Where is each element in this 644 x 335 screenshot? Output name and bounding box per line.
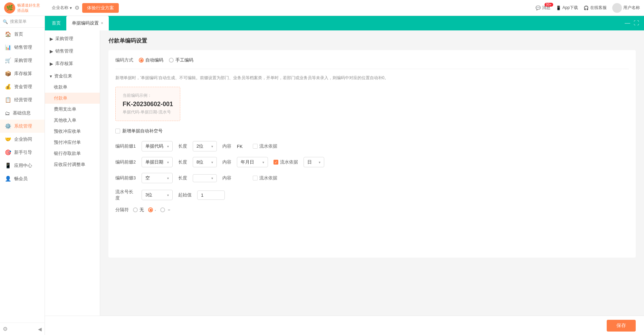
sub-group-funds: ▾ 资金往来 收款单 付款单 费用支出单 其他收入单 预收冲应收单 预付冲应付单… bbox=[45, 71, 100, 170]
sep-radio-dash[interactable]: － bbox=[160, 207, 171, 213]
prefix2-serial-check[interactable]: ✓ 流水依据 bbox=[273, 159, 298, 165]
prefix2-length-label: 长度 bbox=[178, 159, 187, 165]
sidebar-item-appcenter[interactable]: 📱 应用中心 bbox=[0, 159, 45, 172]
sidebar-item-inventory[interactable]: 📦 库存核算 bbox=[0, 67, 45, 80]
sep-none-circle bbox=[133, 207, 138, 212]
main-layout: 🔍 搜索菜单 🏠 首页 📊 销售管理 🛒 采购管理 📦 库存核算 💰 bbox=[0, 16, 644, 335]
sidebar-label-sales: 销售管理 bbox=[14, 44, 32, 50]
nav-maximize-btn[interactable]: ⛶ bbox=[633, 19, 640, 27]
sub-header-purchase-label: 采购管理 bbox=[55, 36, 73, 42]
message-item[interactable]: 💬 消息 99+ bbox=[536, 5, 550, 11]
gear-icon[interactable]: ⚙ bbox=[75, 4, 79, 11]
app-download-item[interactable]: 📱 App下载 bbox=[556, 5, 578, 11]
settings-icon[interactable]: ⚙ bbox=[3, 326, 8, 332]
sidebar-item-finance[interactable]: 💰 资金管理 bbox=[0, 80, 45, 93]
sep-radio-dot[interactable]: · bbox=[148, 207, 156, 213]
prefix1-content-value: FK bbox=[237, 144, 247, 149]
separator-label: 分隔符 bbox=[115, 207, 129, 213]
serial-length-label: 流水号长度 bbox=[115, 189, 136, 201]
prefix2-length-select[interactable]: 8位 ▾ bbox=[193, 157, 217, 167]
basic-icon: 🗂 bbox=[5, 110, 10, 116]
nav-minimize-btn[interactable]: — bbox=[624, 19, 631, 27]
serial-length-value: 3位 bbox=[145, 192, 152, 198]
start-value-input[interactable] bbox=[197, 190, 225, 200]
online-service-item[interactable]: 🎧 在线客服 bbox=[584, 5, 607, 11]
experience-btn[interactable]: 体验行业方案 bbox=[82, 3, 119, 13]
prefix2-serial-checkbox[interactable]: ✓ bbox=[273, 160, 278, 165]
sidebar-label-home: 首页 bbox=[14, 31, 23, 37]
prefix3-select[interactable]: 空 ▾ bbox=[142, 173, 173, 183]
user-info[interactable]: 用户名称 bbox=[612, 3, 640, 13]
sub-item-expense[interactable]: 费用支出单 bbox=[45, 104, 100, 115]
prefix2-content-select[interactable]: 年月日 ▾ bbox=[237, 157, 268, 167]
operations-icon: 📋 bbox=[5, 97, 11, 103]
code-preview-label: 当前编码示例： bbox=[123, 93, 173, 99]
prefix3-length-select[interactable]: ▾ bbox=[193, 174, 217, 182]
radio-manual-code[interactable]: 手工编码 bbox=[169, 57, 193, 63]
prefix1-select[interactable]: 单据代码 ▾ bbox=[142, 141, 173, 151]
search-label: 搜索菜单 bbox=[10, 19, 27, 25]
sidebar-item-sales[interactable]: 📊 销售管理 bbox=[0, 41, 45, 54]
prefix1-arrow-icon: ▾ bbox=[167, 145, 169, 148]
message-icon: 💬 bbox=[536, 6, 541, 10]
prefix2-label: 编码前缀2 bbox=[115, 159, 136, 165]
prefix3-length-label: 长度 bbox=[178, 175, 187, 181]
prefix2-serial-unit-select[interactable]: 日 ▾ bbox=[304, 157, 324, 167]
auto-fill-label: 新增单据自动补空号 bbox=[122, 128, 163, 134]
prefix3-value: 空 bbox=[145, 175, 150, 181]
sidebar-item-system[interactable]: ⚙️ 系统管理 bbox=[0, 120, 45, 133]
sub-item-receipt[interactable]: 收款单 bbox=[45, 82, 100, 93]
sub-group-purchase: ▶ 采购管理 bbox=[45, 33, 100, 44]
message-badge: 99+ bbox=[545, 3, 553, 7]
sub-header-purchase[interactable]: ▶ 采购管理 bbox=[45, 33, 100, 44]
sidebar-item-enterprise[interactable]: 🤝 企业协同 bbox=[0, 133, 45, 146]
prefix1-serial-check[interactable]: 流水依据 bbox=[253, 143, 277, 149]
prefix2-content-arrow-icon: ▾ bbox=[262, 160, 264, 164]
sub-sidebar: ▶ 采购管理 ▶ 销售管理 ▶ 库存核算 bbox=[45, 30, 100, 316]
sidebar-item-operations[interactable]: 📋 经营管理 bbox=[0, 93, 45, 106]
sub-header-funds[interactable]: ▾ 资金往来 bbox=[45, 71, 100, 82]
prefix1-length-select[interactable]: 2位 ▾ bbox=[193, 141, 217, 151]
sub-item-adjustment[interactable]: 应收应付调整单 bbox=[45, 159, 100, 170]
sub-header-inventory[interactable]: ▶ 库存核算 bbox=[45, 58, 100, 69]
sidebar-item-purchase[interactable]: 🛒 采购管理 bbox=[0, 54, 45, 67]
finance-icon: 💰 bbox=[5, 84, 11, 90]
tab-active[interactable]: 单据编码设置 × bbox=[66, 16, 109, 30]
prefix2-length-arrow-icon: ▾ bbox=[211, 160, 213, 164]
sidebar-item-member[interactable]: 👤 畅会员 bbox=[0, 172, 45, 185]
sub-item-bank[interactable]: 银行存取款单 bbox=[45, 148, 100, 159]
enterprise-selector[interactable]: 企业名称 ▾ bbox=[52, 5, 72, 11]
sidebar-item-home[interactable]: 🏠 首页 bbox=[0, 28, 45, 41]
prefix3-serial-checkbox[interactable] bbox=[253, 176, 258, 180]
serial-length-select[interactable]: 3位 ▾ bbox=[142, 190, 173, 200]
sep-dot-circle bbox=[148, 207, 153, 212]
prefix3-serial-label: 流水依据 bbox=[259, 175, 277, 181]
tab-home[interactable]: 首页 bbox=[46, 16, 66, 30]
prefix1-row: 编码前缀1 单据代码 ▾ 长度 2位 ▾ 内容 FK bbox=[115, 141, 629, 151]
coding-mode-row: 编码方式 自动编码 手工编码 bbox=[115, 57, 629, 69]
nav-tabs: 首页 单据编码设置 × — ⛶ bbox=[45, 16, 644, 30]
sub-item-other-income[interactable]: 其他收入单 bbox=[45, 115, 100, 126]
prefix3-serial-check[interactable]: 流水依据 bbox=[253, 175, 277, 181]
prefix2-select[interactable]: 单据日期 ▾ bbox=[142, 157, 173, 167]
collapse-icon[interactable]: ◀ bbox=[38, 326, 42, 332]
sidebar-item-basic[interactable]: 🗂 基础信息 bbox=[0, 106, 45, 120]
sidebar-item-newbie[interactable]: 🎯 新手引导 bbox=[0, 146, 45, 159]
sub-item-pre-receipt[interactable]: 预收冲应收单 bbox=[45, 126, 100, 137]
chevron-down-icon: ▾ bbox=[70, 6, 72, 10]
code-preview-sub: 单据代码-单据日期-流水号 bbox=[123, 109, 173, 115]
save-button[interactable]: 保存 bbox=[607, 320, 636, 332]
auto-fill-checkbox[interactable] bbox=[115, 129, 120, 133]
info-text: 新增单据时，'单据编码'自动生成、不可编辑。前缀设置为部门、业务员等档案类，开单… bbox=[115, 75, 629, 81]
appcenter-icon: 📱 bbox=[5, 162, 11, 169]
radio-auto-code[interactable]: 自动编码 bbox=[139, 57, 163, 63]
sub-item-payment[interactable]: 付款单 bbox=[45, 93, 100, 104]
prefix1-serial-checkbox[interactable] bbox=[253, 144, 258, 149]
sep-radio-none[interactable]: 无 bbox=[133, 207, 144, 213]
tab-close-icon[interactable]: × bbox=[101, 21, 103, 26]
member-icon: 👤 bbox=[5, 176, 11, 182]
logo-icon: 🌿 bbox=[4, 2, 15, 13]
sub-header-sales[interactable]: ▶ 销售管理 bbox=[45, 46, 100, 57]
sidebar-search[interactable]: 🔍 搜索菜单 bbox=[0, 16, 45, 28]
sub-item-pre-payment[interactable]: 预付冲应付单 bbox=[45, 137, 100, 148]
